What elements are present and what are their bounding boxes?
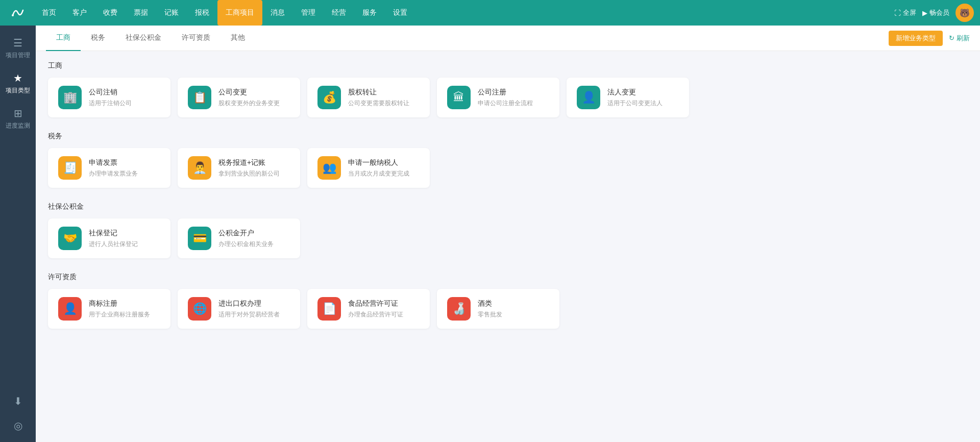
nav-service[interactable]: 服务 (354, 0, 385, 26)
card-desc-housing-fund: 办理公积金相关业务 (218, 240, 274, 249)
nav-message[interactable]: 消息 (262, 0, 293, 26)
card-icon-company-register: 🏛 (447, 86, 471, 109)
card-title-company-register: 公司注册 (478, 88, 533, 97)
card-desc-food-license: 办理食品经营许可证 (348, 310, 403, 319)
sidebar-bottom: ⬇ ◎ (8, 391, 28, 436)
tab-other[interactable]: 其他 (220, 26, 255, 51)
card-company-cancel[interactable]: 🏢 公司注销 适用于注销公司 (48, 78, 170, 117)
section-title-business: 工商 (48, 61, 968, 70)
nav-operation[interactable]: 经营 (324, 0, 354, 26)
card-icon-company-cancel: 🏢 (58, 86, 82, 109)
project-manage-icon: ☰ (13, 37, 22, 49)
tab-social-security[interactable]: 社保公积金 (115, 26, 172, 51)
vip-btn[interactable]: ▶ 畅会员 (922, 8, 949, 17)
nav-tax-report[interactable]: 报税 (187, 0, 217, 26)
card-company-register[interactable]: 🏛 公司注册 申请公司注册全流程 (437, 78, 559, 117)
nav-bill[interactable]: 票据 (126, 0, 156, 26)
card-title-housing-fund: 公积金开户 (218, 229, 274, 238)
content-area: 工商 税务 社保公积金 许可资质 其他 新增业务类型 ↻ 刷新 工商 🏢 (36, 26, 980, 442)
card-social-insurance[interactable]: 🤝 社保登记 进行人员社保登记 (48, 218, 170, 258)
card-desc-company-change: 股权变更外的业务变更 (218, 99, 280, 108)
nav-manage[interactable]: 管理 (293, 0, 324, 26)
tab-license[interactable]: 许可资质 (172, 26, 220, 51)
card-desc-tax-report: 拿到营业执照的新公司 (218, 169, 280, 178)
card-company-change[interactable]: 📋 公司变更 股权变更外的业务变更 (178, 78, 300, 117)
app-logo (6, 0, 30, 26)
card-general-taxpayer[interactable]: 👥 申请一般纳税人 当月或次月成变更完成 (307, 148, 430, 188)
main-layout: ☰ 项目管理 ★ 项目类型 ⊞ 进度监测 ⬇ ◎ 工商 税务 社保公积金 许可资… (0, 26, 980, 442)
sidebar: ☰ 项目管理 ★ 项目类型 ⊞ 进度监测 ⬇ ◎ (0, 26, 36, 442)
nav-settings[interactable]: 设置 (385, 0, 415, 26)
card-equity-transfer[interactable]: 💰 股权转让 公司变更需要股权转让 (307, 78, 430, 117)
location-icon[interactable]: ◎ (8, 415, 28, 436)
card-icon-alcohol: 🍶 (447, 297, 471, 321)
card-food-license[interactable]: 📄 食品经营许可证 办理食品经营许可证 (307, 289, 430, 329)
add-type-button[interactable]: 新增业务类型 (889, 31, 943, 46)
card-desc-alcohol: 零售批发 (478, 310, 502, 319)
refresh-label: 刷新 (957, 34, 970, 43)
card-icon-legal-person-change: 👤 (577, 86, 600, 109)
tab-tax[interactable]: 税务 (81, 26, 115, 51)
card-title-trademark: 商标注册 (89, 299, 150, 308)
card-tax-report[interactable]: 👨‍💼 税务报道+记账 拿到营业执照的新公司 (178, 148, 300, 188)
card-legal-person-change[interactable]: 👤 法人变更 适用于公司变更法人 (567, 78, 689, 117)
card-title-equity-transfer: 股权转让 (348, 88, 409, 97)
nav-home[interactable]: 首页 (34, 0, 64, 26)
card-trademark[interactable]: 👤 商标注册 用于企业商标注册服务 (48, 289, 170, 329)
vip-icon: ▶ (922, 9, 927, 17)
card-desc-equity-transfer: 公司变更需要股权转让 (348, 99, 409, 108)
refresh-button[interactable]: ↻ 刷新 (949, 34, 970, 43)
project-type-icon: ★ (13, 72, 22, 84)
progress-icon: ⊞ (14, 107, 22, 119)
card-icon-housing-fund: 💳 (188, 227, 211, 250)
cards-grid-tax: 🧾 申请发票 办理申请发票业务 👨‍💼 税务报道+记账 拿到营业执照的新公司 👥 (48, 148, 968, 188)
cards-grid-license: 👤 商标注册 用于企业商标注册服务 🌐 进出口权办理 适用于对外贸易经营者 📄 (48, 289, 968, 329)
card-title-import-export: 进出口权办理 (218, 299, 280, 308)
nav-right-area: ⛶ 全屏 ▶ 畅会员 🐻 (894, 4, 974, 22)
nav-client[interactable]: 客户 (64, 0, 95, 26)
card-housing-fund[interactable]: 💳 公积金开户 办理公积金相关业务 (178, 218, 300, 258)
vip-label: 畅会员 (929, 8, 949, 17)
card-icon-tax-report: 👨‍💼 (188, 156, 211, 180)
card-apply-invoice[interactable]: 🧾 申请发票 办理申请发票业务 (48, 148, 170, 188)
fullscreen-btn[interactable]: ⛶ 全屏 (894, 8, 916, 17)
card-desc-legal-person-change: 适用于公司变更法人 (607, 99, 663, 108)
card-icon-general-taxpayer: 👥 (317, 156, 341, 180)
card-title-apply-invoice: 申请发票 (89, 158, 138, 167)
card-icon-company-change: 📋 (188, 86, 211, 109)
card-desc-general-taxpayer: 当月或次月成变更完成 (348, 169, 409, 178)
card-icon-import-export: 🌐 (188, 297, 211, 321)
sidebar-item-label-project-type: 项目类型 (6, 86, 30, 95)
card-icon-apply-invoice: 🧾 (58, 156, 82, 180)
download-icon[interactable]: ⬇ (8, 391, 28, 411)
tab-bar: 工商 税务 社保公积金 许可资质 其他 新增业务类型 ↻ 刷新 (36, 26, 980, 51)
card-title-tax-report: 税务报道+记账 (218, 158, 280, 167)
card-desc-import-export: 适用于对外贸易经营者 (218, 310, 280, 319)
refresh-icon: ↻ (949, 34, 954, 42)
fullscreen-label: 全屏 (903, 8, 916, 17)
fullscreen-icon: ⛶ (894, 9, 901, 17)
nav-accounting[interactable]: 记账 (156, 0, 187, 26)
nav-menu: 首页 客户 收费 票据 记账 报税 工商项目 消息 管理 经营 服务 设置 (34, 0, 894, 26)
sidebar-item-project-manage[interactable]: ☰ 项目管理 (0, 31, 36, 66)
scroll-content: 工商 🏢 公司注销 适用于注销公司 📋 公司变更 股权变更外的业务变更 (36, 51, 980, 442)
mascot-avatar[interactable]: 🐻 (955, 4, 974, 22)
sidebar-item-progress[interactable]: ⊞ 进度监测 (0, 101, 36, 136)
card-desc-company-register: 申请公司注册全流程 (478, 99, 533, 108)
card-desc-trademark: 用于企业商标注册服务 (89, 310, 150, 319)
card-desc-apply-invoice: 办理申请发票业务 (89, 169, 138, 178)
card-desc-social-insurance: 进行人员社保登记 (89, 240, 138, 249)
section-title-social: 社保公积金 (48, 202, 968, 211)
nav-business[interactable]: 工商项目 (217, 0, 262, 26)
sidebar-item-project-type[interactable]: ★ 项目类型 (0, 66, 36, 101)
section-title-tax: 税务 (48, 132, 968, 141)
svg-point-0 (12, 14, 14, 16)
card-alcohol[interactable]: 🍶 酒类 零售批发 (437, 289, 559, 329)
nav-fee[interactable]: 收费 (95, 0, 126, 26)
card-import-export[interactable]: 🌐 进出口权办理 适用于对外贸易经营者 (178, 289, 300, 329)
card-icon-equity-transfer: 💰 (317, 86, 341, 109)
card-title-food-license: 食品经营许可证 (348, 299, 403, 308)
tab-business[interactable]: 工商 (46, 26, 81, 51)
sidebar-item-label-project-manage: 项目管理 (6, 51, 30, 60)
cards-grid-social: 🤝 社保登记 进行人员社保登记 💳 公积金开户 办理公积金相关业务 (48, 218, 968, 258)
